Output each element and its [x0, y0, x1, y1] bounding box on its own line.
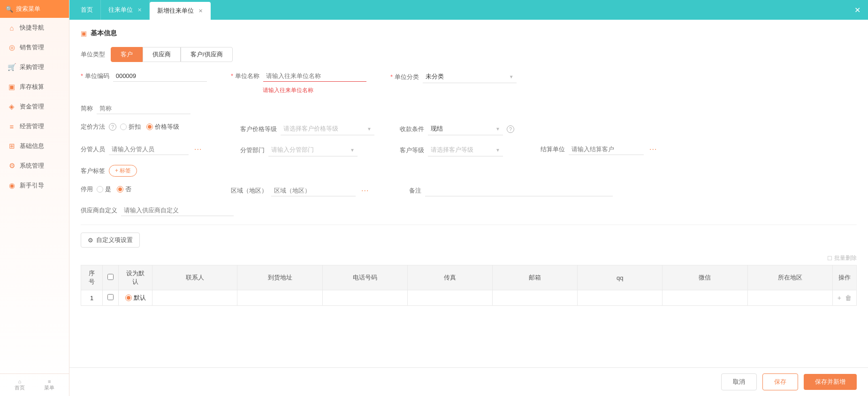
contacts-table: 序号设为默认联系人到货地址电话号码传真邮箱qq微信所在地区操作 1默认+🗑 [81, 265, 857, 306]
row-default-0[interactable]: 默认 [119, 290, 152, 306]
row-contact-0[interactable] [152, 290, 237, 306]
unit-type-btn-0[interactable]: 客户 [111, 47, 143, 62]
supplier-custom-input[interactable] [121, 205, 234, 216]
sidebar-item-inventory[interactable]: ▣库存核算 [0, 77, 69, 97]
customer-price-select[interactable]: 请选择客户价格等级 ▼ [281, 123, 374, 135]
disable-group: 停用 是 否 [81, 185, 231, 194]
select-all-checkbox[interactable] [107, 274, 114, 280]
form-row-short-name: 简称 [81, 103, 857, 114]
save-new-button[interactable]: 保存并新增 [804, 374, 857, 390]
disable-radio-no[interactable]: 否 [117, 185, 131, 194]
input-wechat-0[interactable] [667, 295, 742, 302]
row-fax-0[interactable] [407, 290, 492, 306]
chevron-down-icon-3: ▼ [495, 126, 500, 132]
manager-input[interactable] [109, 144, 189, 155]
custom-settings-button[interactable]: ⚙ 自定义项设置 [81, 233, 140, 248]
add-tag-button[interactable]: + 标签 [109, 165, 137, 177]
section-title: 基本信息 [91, 29, 117, 38]
chevron-down-icon-4: ▼ [350, 148, 355, 153]
table-col-6: 传真 [407, 265, 492, 290]
custom-settings-label: 自定义项设置 [96, 236, 133, 244]
save-button[interactable]: 保存 [762, 373, 798, 390]
sidebar-label-basic: 基础信息 [20, 142, 44, 150]
disable-no-inner [118, 187, 122, 191]
tab-close-2[interactable]: ✕ [198, 8, 203, 14]
payment-value: 现结 [431, 124, 494, 133]
region-more-btn[interactable]: ··· [359, 186, 371, 195]
form-divider [81, 225, 857, 225]
sidebar-bottom-home[interactable]: ⌂首页 [15, 379, 25, 391]
payment-help-icon[interactable]: ? [507, 125, 514, 133]
unit-type-btn-2[interactable]: 客户/供应商 [181, 47, 233, 62]
sidebar-label-finance: 资金管理 [20, 102, 44, 111]
sidebar: 🔍 搜索菜单 ⌂快捷导航◎销售管理🛒采购管理▣库存核算◈资金管理≡经营管理⊞基础… [0, 0, 69, 396]
cancel-button[interactable]: 取消 [721, 373, 757, 390]
input-contact-0[interactable] [157, 295, 232, 302]
unit-code-label: 单位编码 [81, 72, 109, 80]
sidebar-item-system[interactable]: ⚙系统管理 [0, 156, 69, 176]
sidebar-item-operations[interactable]: ≡经营管理 [0, 116, 69, 136]
payment-select[interactable]: 现结 ▼ [428, 123, 503, 135]
input-qq-0[interactable] [582, 295, 657, 302]
level-label: 价格等级 [155, 123, 179, 131]
short-name-input[interactable] [97, 103, 190, 114]
region-group: 区域（地区） ··· [231, 185, 409, 196]
customer-price-label: 客户价格等级 [240, 125, 277, 133]
disable-radio-yes[interactable]: 是 [97, 185, 111, 194]
batch-delete-label[interactable]: 批量删除 [834, 254, 857, 262]
pricing-radio-level[interactable]: 价格等级 [146, 123, 179, 131]
table-col-11: 操作 [832, 265, 856, 290]
region-input[interactable] [271, 185, 356, 196]
input-address-0[interactable] [242, 295, 317, 302]
sidebar-bottom-menu[interactable]: ≡菜单 [44, 379, 54, 391]
row-check-0[interactable] [107, 294, 114, 300]
input-phone-0[interactable] [327, 295, 403, 302]
unit-code-group: 单位编码 [81, 70, 231, 82]
row-address-0[interactable] [237, 290, 322, 306]
manager-more-btn[interactable]: ··· [192, 145, 204, 154]
sidebar-item-quick-nav[interactable]: ⌂快捷导航 [0, 18, 69, 38]
row-wechat-0[interactable] [662, 290, 747, 306]
level-radio-inner [148, 125, 152, 129]
sidebar-item-finance[interactable]: ◈资金管理 [0, 97, 69, 116]
unit-name-input[interactable] [263, 70, 366, 82]
pricing-radio-discount[interactable]: 折扣 [120, 123, 141, 131]
row-checkbox-0[interactable] [103, 290, 119, 306]
unit-type-btn-1[interactable]: 供应商 [143, 47, 181, 62]
unit-code-input[interactable] [113, 70, 207, 82]
unit-name-error: 请输入往来单位名称 [263, 87, 313, 93]
input-fax-0[interactable] [412, 295, 487, 302]
payment-group: 收款条件 现结 ▼ ? [400, 123, 550, 135]
disable-no-circle [117, 186, 123, 193]
search-menu[interactable]: 🔍 搜索菜单 [0, 0, 69, 18]
settlement-input[interactable] [569, 144, 644, 155]
inventory-icon: ▣ [8, 83, 16, 91]
input-region-0[interactable] [753, 295, 828, 302]
row-phone-0[interactable] [322, 290, 407, 306]
customer-level-select[interactable]: 请选择客户等级 ▼ [428, 144, 503, 156]
settlement-more-btn[interactable]: ··· [647, 145, 659, 154]
sidebar-item-basic[interactable]: ⊞基础信息 [0, 136, 69, 156]
tag-label: 客户标签 [81, 167, 105, 175]
section-header: ▣ 基本信息 [81, 29, 857, 38]
sidebar-item-guide[interactable]: ◉新手引导 [0, 176, 69, 195]
sidebar-item-purchase[interactable]: 🛒采购管理 [0, 57, 69, 77]
row-region-0[interactable] [747, 290, 832, 306]
gear-icon: ⚙ [88, 237, 93, 244]
delete-row-btn[interactable]: 🗑 [845, 294, 852, 302]
row-qq-0[interactable] [578, 290, 662, 306]
tab-0[interactable]: 首页 [73, 0, 101, 20]
sidebar-item-sales[interactable]: ◎销售管理 [0, 38, 69, 57]
pricing-help-icon[interactable]: ? [109, 123, 116, 131]
row-email-0[interactable] [492, 290, 577, 306]
unit-category-select[interactable]: 未分类 ▼ [423, 70, 517, 83]
dept-select[interactable]: 请输入分管部门 ▼ [268, 144, 358, 156]
input-email-0[interactable] [497, 295, 572, 302]
tab-2[interactable]: 新增往来单位✕ [150, 2, 211, 20]
remark-input[interactable] [425, 185, 613, 196]
tabbar-close-btn[interactable]: ✕ [851, 6, 864, 15]
tab-close-1[interactable]: ✕ [137, 7, 142, 13]
table-col-10: 所在地区 [747, 265, 832, 290]
tab-1[interactable]: 往来单位✕ [101, 0, 150, 20]
add-row-btn[interactable]: + [838, 294, 841, 302]
